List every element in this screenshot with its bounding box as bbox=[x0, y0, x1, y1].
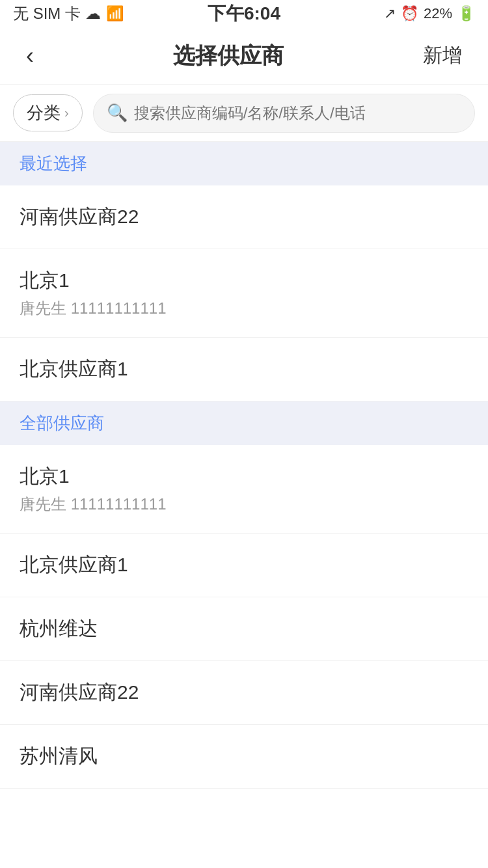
battery-label: 22% bbox=[424, 5, 452, 22]
location-icon: ↗ bbox=[384, 5, 396, 22]
back-button[interactable]: ‹ bbox=[20, 36, 40, 76]
item-name: 河南供应商22 bbox=[20, 204, 468, 230]
nav-title: 选择供应商 bbox=[173, 41, 284, 71]
battery-icon: 🔋 bbox=[457, 5, 475, 22]
category-filter[interactable]: 分类 › bbox=[13, 94, 83, 131]
status-left: 无 SIM 卡 ☁ 📶 bbox=[13, 3, 124, 24]
search-icon: 🔍 bbox=[107, 103, 128, 123]
section-header-recent: 最近选择 bbox=[0, 142, 488, 185]
item-sub: 唐先生 11111111111 bbox=[20, 298, 468, 319]
list-item-a2[interactable]: 北京供应商1 bbox=[0, 534, 488, 597]
chevron-icon: › bbox=[64, 105, 69, 120]
item-name: 北京1 bbox=[20, 267, 468, 294]
item-sub: 唐先生 11111111111 bbox=[20, 494, 468, 515]
status-time: 下午6:04 bbox=[208, 1, 280, 26]
filter-bar: 分类 › 🔍 bbox=[0, 85, 488, 142]
section-header-all: 全部供应商 bbox=[0, 401, 488, 445]
status-bar: 无 SIM 卡 ☁ 📶 下午6:04 ↗ ⏰ 22% 🔋 bbox=[0, 0, 488, 27]
item-name: 苏州清风 bbox=[20, 743, 468, 770]
search-input[interactable] bbox=[134, 104, 461, 122]
item-name: 北京供应商1 bbox=[20, 552, 468, 578]
item-name: 北京1 bbox=[20, 463, 468, 490]
search-box[interactable]: 🔍 bbox=[93, 94, 475, 133]
list-item-a4[interactable]: 河南供应商22 bbox=[0, 661, 488, 725]
category-label: 分类 bbox=[27, 102, 61, 124]
list-item-r2[interactable]: 北京1唐先生 11111111111 bbox=[0, 249, 488, 338]
item-name: 河南供应商22 bbox=[20, 679, 468, 706]
list-item-a3[interactable]: 杭州维达 bbox=[0, 597, 488, 661]
list-item-r3[interactable]: 北京供应商1 bbox=[0, 338, 488, 401]
content-list: 最近选择河南供应商22北京1唐先生 11111111111北京供应商1全部供应商… bbox=[0, 142, 488, 789]
item-name: 杭州维达 bbox=[20, 616, 468, 642]
nav-bar: ‹ 选择供应商 新增 bbox=[0, 27, 488, 85]
list-item-r1[interactable]: 河南供应商22 bbox=[0, 185, 488, 249]
wifi-icon: 📶 bbox=[106, 5, 124, 22]
status-right: ↗ ⏰ 22% 🔋 bbox=[384, 5, 475, 22]
sim-label: 无 SIM 卡 ☁ bbox=[13, 3, 101, 24]
list-item-a5[interactable]: 苏州清风 bbox=[0, 725, 488, 789]
new-button[interactable]: 新增 bbox=[416, 36, 468, 75]
alarm-icon: ⏰ bbox=[401, 5, 418, 22]
list-item-a1[interactable]: 北京1唐先生 11111111111 bbox=[0, 445, 488, 534]
item-name: 北京供应商1 bbox=[20, 356, 468, 383]
